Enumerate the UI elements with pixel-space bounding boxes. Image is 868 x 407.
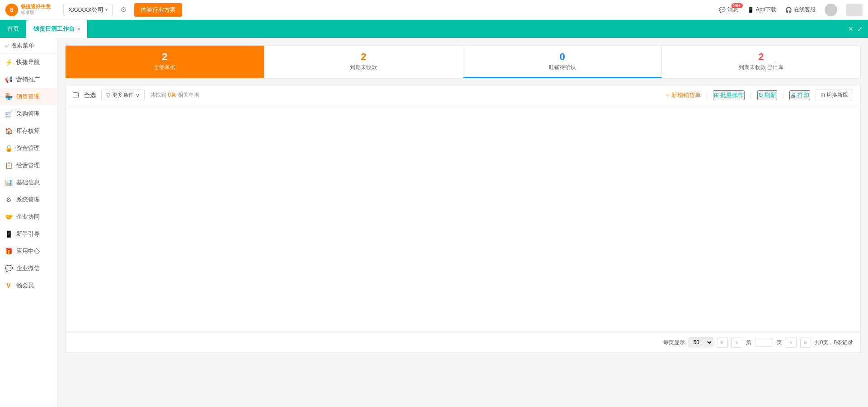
app-download-label: App下载 [756,6,776,14]
stat-num-all: 2 [73,51,257,63]
divider2: | [750,92,751,98]
first-page-icon: « [721,339,724,346]
stat-label-overdue-out: 到期未收款 已出库 [669,64,853,71]
sidebar-item-label: 经营管理 [16,161,40,169]
sidebar: ≡ 搜索菜单 ⚡ 快捷导航 📢 营销推广 🏪 销售管理 🛒 采购管理 🏠 库存核… [0,38,58,407]
app-center-icon: 🎁 [5,247,13,255]
cooperation-icon: 🤝 [5,213,13,221]
company-selector[interactable]: XXXXXX公司 ▾ [63,4,113,16]
next-page-icon: › [790,339,792,346]
tab-home[interactable]: 首页 [0,20,26,38]
print-button[interactable]: 🖨 打印 [789,90,810,100]
sidebar-item-label: 营销推广 [16,75,40,84]
stat-tab-all[interactable]: 2 全部单据 [66,46,264,78]
main-content: 2 全部单据 2 到期未收款 0 旺铺待确认 2 到期未收款 已出库 全选 ▽ … [58,38,868,407]
user-avatar[interactable] [825,4,837,16]
stats-tabs: 2 全部单据 2 到期未收款 0 旺铺待确认 2 到期未收款 已出库 [65,45,861,79]
stat-num-wangpu: 0 [471,51,655,63]
sidebar-item-system[interactable]: ⚙ 系统管理 [0,191,57,208]
quick-nav-icon: ⚡ [5,58,13,66]
sidebar-item-label: 采购管理 [16,110,40,118]
switch-label: 切换新版 [826,91,848,99]
select-all-checkbox[interactable] [73,92,79,98]
page-input[interactable]: 1 [755,338,773,347]
found-text: 共找到 0条 相关单据 [150,91,199,99]
top-header: 6 畅捷通好生意 标准版 XXXXXX公司 ▾ ⚙ 体验行业方案 💬 消息 99… [0,0,868,20]
tab-actions: ✕ ⤢ [848,25,868,33]
system-icon: ⚙ [5,196,13,204]
stat-tab-overdue-out[interactable]: 2 到期未收款 已出库 [662,46,860,78]
found-count: 0条 [168,92,176,98]
filter-arrow: ∨ [136,92,140,98]
switch-version-button[interactable]: ⊡ 切换新版 [816,89,853,101]
tab-collapse-btn[interactable]: ✕ [848,25,854,33]
filter-icon: ▽ [106,92,110,98]
next-page-button[interactable]: › [786,337,797,348]
total-records: 共0页，0条记录 [815,339,853,346]
batch-button[interactable]: ⊞ 批量操作 [713,90,745,100]
experience-button[interactable]: 体验行业方案 [134,3,182,17]
sidebar-item-quick-nav[interactable]: ⚡ 快捷导航 [0,54,57,71]
table-area [65,106,861,332]
stat-num-overdue: 2 [272,51,456,63]
refresh-icon: ↻ [758,92,763,98]
member-icon: V [5,281,13,290]
sidebar-item-marketing[interactable]: 📢 营销推广 [0,71,57,88]
sidebar-item-label: 基础信息 [16,178,40,187]
sidebar-item-cooperation[interactable]: 🤝 企业协同 [0,208,57,225]
tab-expand-btn[interactable]: ⤢ [857,25,863,33]
app-download-icon: 📱 [747,7,754,13]
toolbar: 全选 ▽ 更多条件 ∨ 共找到 0条 相关单据 + 新增销货单 | ⊞ 批量操作… [65,84,861,106]
filter-button[interactable]: ▽ 更多条件 ∨ [101,89,145,101]
online-service-button[interactable]: 🎧 在线客服 [785,6,816,14]
finance-icon: 🔒 [5,144,13,152]
last-page-icon: » [804,339,807,346]
sidebar-item-purchase[interactable]: 🛒 采购管理 [0,105,57,122]
pagination: 每页显示 50 100 « ‹ 第 1 页 › » 共0页，0条记录 [65,332,861,353]
app-download-button[interactable]: 📱 App下载 [747,6,776,14]
basic-info-icon: 📊 [5,178,13,187]
switch-icon: ⊡ [821,92,825,98]
sidebar-item-inventory[interactable]: 🏠 库存核算 [0,122,57,140]
stat-tab-wangpu[interactable]: 0 旺铺待确认 [463,46,662,78]
page-label: 第 [746,339,751,346]
last-page-button[interactable]: » [800,337,811,348]
inventory-icon: 🏠 [5,127,13,135]
batch-label: 批量操作 [720,91,744,99]
per-page-label: 每页显示 [663,339,685,346]
tab-active-label: 钱货日清工作台 [33,25,75,33]
sidebar-item-label: 畅会员 [16,281,34,290]
sidebar-item-member[interactable]: V 畅会员 [0,277,57,294]
sidebar-search-label: 搜索菜单 [11,42,34,50]
user-menu[interactable] [846,4,863,16]
tab-home-label: 首页 [7,25,19,33]
sidebar-item-label: 销售管理 [16,93,40,101]
sidebar-item-label: 企业微信 [16,264,40,272]
tab-active[interactable]: 钱货日清工作台 × [26,20,87,38]
sidebar-item-sales[interactable]: 🏪 销售管理 [0,88,57,105]
first-page-button[interactable]: « [717,337,728,348]
divider1: | [706,92,708,98]
refresh-button[interactable]: ↻ 刷新 [757,90,777,100]
settings-button[interactable]: ⚙ [117,4,130,16]
tab-close-icon[interactable]: × [77,26,80,32]
per-page-select[interactable]: 50 100 [689,337,713,347]
sidebar-item-basic-info[interactable]: 📊 基础信息 [0,174,57,191]
sidebar-item-guide[interactable]: 📱 新手引导 [0,225,57,243]
sidebar-item-app-center[interactable]: 🎁 应用中心 [0,243,57,260]
search-icon: ≡ [5,42,8,49]
page-suffix: 页 [777,339,782,346]
sidebar-search[interactable]: ≡ 搜索菜单 [0,38,57,54]
new-order-button[interactable]: + 新增销货单 [666,91,701,99]
logo-icon: 6 [5,4,18,16]
sidebar-item-operations[interactable]: 📋 经营管理 [0,157,57,174]
message-button[interactable]: 💬 消息 99+ [719,6,738,14]
sidebar-item-label: 企业协同 [16,213,40,221]
prev-page-button[interactable]: ‹ [731,337,742,348]
toolbar-right: + 新增销货单 | ⊞ 批量操作 | ↻ 刷新 | 🖨 打印 ⊡ 切换新版 [666,89,853,101]
sidebar-item-wechat[interactable]: 💬 企业微信 [0,260,57,277]
sidebar-item-finance[interactable]: 🔒 资金管理 [0,140,57,157]
found-prefix: 共找到 [150,92,166,98]
stat-num-overdue-out: 2 [669,51,853,63]
stat-tab-overdue[interactable]: 2 到期未收款 [264,46,463,78]
